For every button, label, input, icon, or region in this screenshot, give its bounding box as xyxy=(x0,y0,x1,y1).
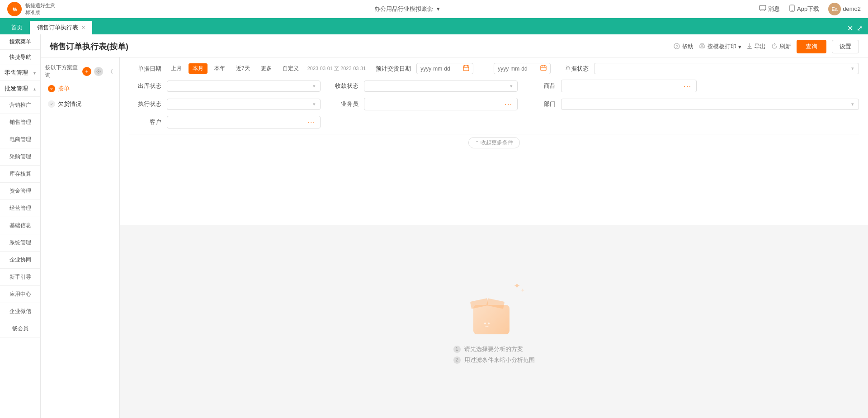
sidebar-item-sales[interactable]: 销售管理 xyxy=(0,114,40,131)
expected-date-start-wrapper[interactable] xyxy=(416,63,473,74)
svg-point-4 xyxy=(792,10,793,11)
scheme-edit-btn[interactable] xyxy=(94,67,103,76)
sales-label: 销售管理 xyxy=(9,119,31,126)
sidebar-search[interactable]: 搜索菜单 xyxy=(0,34,40,50)
sidebar-item-marketing[interactable]: 营销推广 xyxy=(0,97,40,114)
page-actions: ? 帮助 按模板打印 ▾ 导出 xyxy=(674,40,859,53)
tab-bar-right: ✕ ⤢ xyxy=(842,24,868,34)
tab-active-label: 销售订单执行表 xyxy=(37,24,78,32)
top-center-menu[interactable]: 办公用品行业模拟账套 ▾ xyxy=(374,5,440,13)
date-btn-more[interactable]: 更多 xyxy=(257,63,276,74)
refresh-btn[interactable]: 刷新 xyxy=(771,43,791,51)
empty-hint-2: 2 用过滤条件来缩小分析范围 xyxy=(453,356,535,364)
date-btn-custom[interactable]: 自定义 xyxy=(278,63,303,74)
app-download-btn[interactable]: App下载 xyxy=(789,5,819,13)
salesperson-input[interactable]: ··· xyxy=(364,98,518,110)
scheme-add-btn[interactable]: + xyxy=(82,67,91,76)
sidebar-item-inventory[interactable]: 库存核算 xyxy=(0,166,40,183)
newbie-label: 新手引导 xyxy=(9,273,31,281)
sidebar-quick-nav[interactable]: 快捷导航 xyxy=(0,50,40,65)
sidebar-item-purchase[interactable]: 采购管理 xyxy=(0,148,40,166)
goods-input[interactable]: ··· xyxy=(561,80,697,92)
wholesale-arrow-up: ▴ xyxy=(33,86,36,91)
filter-row-2: 出库状态 ▾ 收款状态 ▾ 商品 ··· xyxy=(129,80,859,92)
member-label: 畅会员 xyxy=(12,325,28,332)
salesperson-dots-icon[interactable]: ··· xyxy=(505,100,513,108)
scheme-item-owe-goods[interactable]: 欠货情况 xyxy=(41,96,119,112)
sidebar-item-ecommerce[interactable]: 电商管理 xyxy=(0,131,40,148)
delivery-status-select[interactable]: ▾ xyxy=(167,81,321,92)
svg-text:?: ? xyxy=(675,44,678,49)
filter-panel: 单据日期 上月 本月 本年 近7天 更多 自定义 2023-03-01 至 20… xyxy=(120,57,868,225)
sidebar-item-basic[interactable]: 基础信息 xyxy=(0,217,40,234)
sidebar-item-member[interactable]: 畅会员 xyxy=(0,320,40,337)
content-body: 按以下方案查询 + 《 按单 xyxy=(41,57,868,418)
sidebar-item-system[interactable]: 系统管理 xyxy=(0,234,40,252)
message-btn[interactable]: 消息 xyxy=(759,5,780,13)
export-btn[interactable]: 导出 xyxy=(747,43,766,51)
collapse-arrow-icon: ⌃ xyxy=(475,140,479,145)
tab-bar: 首页 销售订单执行表 × ✕ ⤢ xyxy=(0,18,868,34)
message-icon xyxy=(759,5,766,13)
appstore-label: 应用中心 xyxy=(9,290,31,298)
print-chevron[interactable]: ▾ xyxy=(738,43,741,50)
settings-btn[interactable]: 设置 xyxy=(832,40,859,53)
expected-date-end-input[interactable] xyxy=(498,66,538,72)
sidebar-item-newbie[interactable]: 新手引导 xyxy=(0,269,40,286)
collapse-bar: ⌃ 收起更多条件 xyxy=(129,134,859,150)
tab-close-window-icon[interactable]: ✕ xyxy=(847,24,853,33)
execution-status-label: 执行状态 xyxy=(129,100,161,108)
date-btn-last7days[interactable]: 近7天 xyxy=(232,63,254,74)
main-layout: 搜索菜单 快捷导航 零售管理 ▾ 批发管理 ▴ 营销推广 销售管理 电商管理 采… xyxy=(0,34,868,418)
payment-status-select[interactable]: ▾ xyxy=(364,81,518,92)
scheme-item-by-order[interactable]: 按单 xyxy=(41,81,119,96)
tab-active[interactable]: 销售订单执行表 × xyxy=(30,21,92,34)
sidebar-item-finance[interactable]: 资金管理 xyxy=(0,183,40,200)
empty-illustration: ✦ ✦ xyxy=(462,279,526,338)
top-menu-chevron[interactable]: ▾ xyxy=(437,5,440,12)
execution-status-select[interactable]: ▾ xyxy=(167,99,321,110)
customer-input[interactable]: ··· xyxy=(167,116,321,128)
app-download-label: App下载 xyxy=(797,5,819,13)
date-btn-current-month[interactable]: 本月 xyxy=(189,63,208,74)
marketing-label: 营销推广 xyxy=(9,101,31,109)
refresh-icon xyxy=(771,43,778,51)
sidebar-item-retail[interactable]: 零售管理 ▾ xyxy=(0,65,40,81)
date-separator: — xyxy=(479,65,488,72)
sidebar-item-wechat[interactable]: 企业微信 xyxy=(0,303,40,320)
collapse-btn[interactable]: ⌃ 收起更多条件 xyxy=(468,137,520,148)
enterprise-label: 企业协同 xyxy=(9,256,31,264)
scheme-collapse-btn[interactable]: 《 xyxy=(106,67,115,76)
filter-row-1: 单据日期 上月 本月 本年 近7天 更多 自定义 2023-03-01 至 20… xyxy=(129,63,859,74)
department-select[interactable]: ▾ xyxy=(561,99,859,110)
scheme-header: 按以下方案查询 + 《 xyxy=(41,62,119,81)
svg-rect-20 xyxy=(541,66,546,71)
expected-date-start-input[interactable] xyxy=(420,66,461,72)
sidebar-item-appstore[interactable]: 应用中心 xyxy=(0,286,40,303)
sidebar-item-operation[interactable]: 经营管理 xyxy=(0,200,40,217)
print-btn[interactable]: 按模板打印 ▾ xyxy=(699,43,741,51)
hint-text-1: 请先选择要分析的方案 xyxy=(464,345,523,353)
tab-maximize-icon[interactable]: ⤢ xyxy=(857,24,863,33)
query-btn[interactable]: 查询 xyxy=(797,40,826,53)
retail-arrow-down: ▾ xyxy=(33,71,36,76)
goods-dots-icon[interactable]: ··· xyxy=(684,82,692,90)
user-area[interactable]: Ea demo2 xyxy=(828,3,861,15)
top-header-left: 畅 畅捷通好生意 标准版 xyxy=(7,2,55,16)
calendar-start-icon xyxy=(463,65,469,72)
expected-date-end-wrapper[interactable] xyxy=(494,63,551,74)
hint-num-2: 2 xyxy=(453,356,461,364)
help-btn[interactable]: ? 帮助 xyxy=(674,43,693,51)
status-select[interactable]: ▾ xyxy=(594,63,859,74)
sidebar-item-wholesale[interactable]: 批发管理 ▴ xyxy=(0,81,40,97)
tab-home[interactable]: 首页 xyxy=(4,21,30,34)
top-header: 畅 畅捷通好生意 标准版 办公用品行业模拟账套 ▾ 消息 App下载 xyxy=(0,0,868,18)
customer-dots-icon[interactable]: ··· xyxy=(307,119,316,126)
logo-area[interactable]: 畅 畅捷通好生意 标准版 xyxy=(7,2,55,16)
sidebar-item-enterprise[interactable]: 企业协同 xyxy=(0,252,40,269)
scheme-owe-goods-label: 欠货情况 xyxy=(58,100,81,108)
date-btn-prev-month[interactable]: 上月 xyxy=(167,63,186,74)
date-btn-current-year[interactable]: 本年 xyxy=(210,63,229,74)
tab-home-label: 首页 xyxy=(11,24,23,32)
tab-close-btn[interactable]: × xyxy=(82,24,85,31)
